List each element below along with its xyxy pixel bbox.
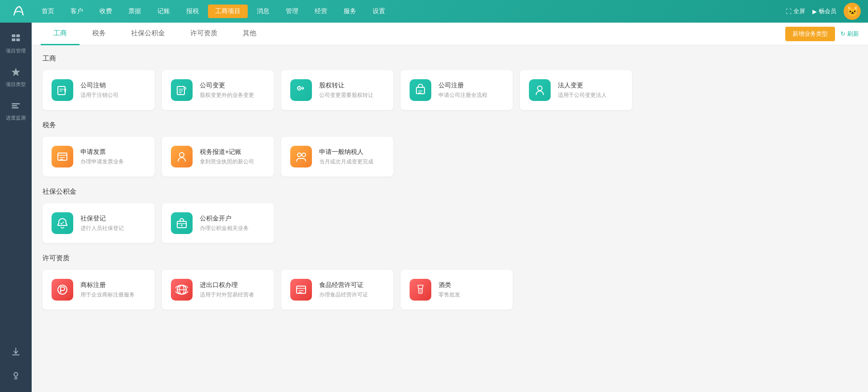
card-title-company-register: 公司注册 [439, 81, 487, 90]
card-title-general-taxpayer: 申请一般纳税人 [319, 148, 373, 156]
svg-rect-27 [419, 289, 422, 293]
sidebar-bottom [0, 340, 32, 387]
svg-rect-11 [177, 86, 184, 95]
card-title-provident-fund: 公积金开户 [200, 215, 249, 223]
card-legal-change[interactable]: 法人变更 适用于公司变更法人 [520, 70, 632, 110]
card-trademark[interactable]: 商标注册 用于企业商标注册服务 [42, 270, 155, 310]
refresh-button[interactable]: ↻ 刷新 [840, 30, 859, 38]
card-apply-invoice[interactable]: 申请发票 办理申请发票业务 [42, 137, 155, 177]
sidebar-item-project-management[interactable]: 项目管理 [0, 27, 32, 61]
card-info-social-insurance: 社保登记 进行人员社保登记 [80, 215, 124, 232]
card-info-equity-transfer: 股权转让 公司变更需要股权转让 [319, 81, 373, 99]
svg-rect-1 [16, 34, 20, 37]
nav-fee[interactable]: 收费 [92, 5, 119, 18]
card-info-legal-change: 法人变更 适用于公司变更法人 [558, 81, 607, 99]
sidebar-download[interactable] [0, 340, 32, 364]
nav-operation[interactable]: 经营 [307, 5, 335, 18]
svg-rect-10 [58, 86, 65, 95]
sidebar-item-project-type[interactable]: 项目类型 [0, 61, 32, 94]
nav-accounting[interactable]: 记账 [150, 5, 177, 18]
new-business-type-button[interactable]: 新增业务类型 [785, 27, 835, 41]
card-equity-transfer[interactable]: 股权转让 公司变更需要股权转让 [281, 70, 393, 110]
svg-point-19 [297, 153, 301, 157]
cards-grid-tax: 申请发票 办理申请发票业务 税务报道+记账 拿到营业执照的新公司 [42, 137, 857, 177]
progress-icon [11, 100, 21, 113]
location-icon [11, 370, 21, 381]
card-title-company-change: 公司变更 [200, 81, 254, 90]
card-company-cancel[interactable]: 公司注销 适用于注销公司 [42, 70, 155, 110]
card-info-import-export: 进出口权办理 适用于对外贸易经营者 [200, 281, 254, 299]
tab-permit[interactable]: 许可资质 [178, 23, 230, 45]
cards-grid-permit: 商标注册 用于企业商标注册服务 进出口权办理 适用于对外贸易经 [42, 270, 857, 310]
svg-rect-3 [16, 38, 20, 41]
sidebar-item-progress[interactable]: 进度监测 [0, 94, 32, 128]
card-food-permit[interactable]: 食品经营许可证 办理食品经营许可证 [281, 270, 393, 310]
card-icon-trademark [52, 279, 73, 301]
card-title-liquor: 酒类 [439, 281, 460, 289]
card-title-equity-transfer: 股权转让 [319, 81, 373, 90]
card-info-company-change: 公司变更 股权变更外的业务变更 [200, 81, 254, 99]
section-title-business: 工商 [42, 54, 857, 63]
nav-business[interactable]: 工商项目 [208, 5, 248, 18]
tab-social-insurance[interactable]: 社保公积金 [118, 23, 178, 45]
card-desc-company-cancel: 适用于注销公司 [80, 91, 118, 99]
member-button[interactable]: ▶ 畅会员 [812, 7, 836, 15]
scroll-content[interactable]: 工商 公司注销 适用于注销公司 [32, 45, 868, 392]
card-import-export[interactable]: 进出口权办理 适用于对外贸易经营者 [162, 270, 274, 310]
card-title-legal-change: 法人变更 [558, 81, 607, 90]
top-navigation: 首页 客户 收费 票据 记账 报税 工商项目 消息 管理 经营 服务 设置 ⛶ … [0, 0, 868, 23]
card-social-insurance[interactable]: 社保登记 进行人员社保登记 [42, 203, 155, 243]
card-icon-company-cancel [52, 79, 73, 101]
cards-grid-business: 公司注销 适用于注销公司 公司变更 [42, 70, 857, 110]
fullscreen-button[interactable]: ⛶ 全屏 [786, 7, 805, 15]
card-liquor[interactable]: 酒类 零售批发 [401, 270, 513, 310]
sidebar-label-progress: 进度监测 [6, 115, 26, 121]
nav-home[interactable]: 首页 [34, 5, 61, 18]
tab-other[interactable]: 其他 [230, 23, 269, 45]
nav-service[interactable]: 服务 [336, 5, 363, 18]
nav-invoice[interactable]: 票据 [121, 5, 148, 18]
svg-point-22 [181, 225, 183, 226]
card-desc-equity-transfer: 公司变更需要股权转让 [319, 91, 373, 99]
nav-manage[interactable]: 管理 [278, 5, 306, 18]
sidebar-location[interactable] [0, 364, 32, 387]
project-management-icon [11, 33, 21, 46]
card-title-company-cancel: 公司注销 [80, 81, 118, 90]
card-info-tax-report-accounting: 税务报道+记账 拿到营业执照的新公司 [200, 148, 254, 166]
card-title-apply-invoice: 申请发票 [80, 148, 124, 156]
refresh-label: 刷新 [847, 30, 859, 38]
card-desc-general-taxpayer: 当月或次月成变更完成 [319, 158, 373, 166]
svg-marker-4 [12, 68, 20, 76]
sidebar-label-project-management: 项目管理 [6, 48, 26, 54]
card-info-trademark: 商标注册 用于企业商标注册服务 [80, 281, 135, 299]
card-company-register[interactable]: 公司注册 申请公司注册全流程 [401, 70, 513, 110]
svg-rect-7 [12, 107, 19, 109]
download-icon [11, 347, 21, 358]
star-icon [11, 67, 21, 79]
card-company-change[interactable]: 公司变更 股权变更外的业务变更 [162, 70, 274, 110]
tab-tax[interactable]: 税务 [80, 23, 118, 45]
fullscreen-icon: ⛶ [786, 8, 792, 15]
section-title-tax: 税务 [42, 121, 857, 129]
play-icon: ▶ [812, 8, 817, 15]
nav-tax[interactable]: 报税 [179, 5, 206, 18]
cards-grid-social: 社保登记 进行人员社保登记 公积金开户 [42, 203, 857, 243]
card-title-trademark: 商标注册 [80, 281, 135, 289]
nav-customer[interactable]: 客户 [63, 5, 90, 18]
tab-bar: 工商 税务 社保公积金 许可资质 其他 新增业务类型 ↻ 刷新 [32, 23, 868, 45]
tab-business[interactable]: 工商 [41, 23, 80, 45]
tab-actions: 新增业务类型 ↻ 刷新 [785, 27, 859, 41]
card-info-liquor: 酒类 零售批发 [439, 281, 460, 299]
card-info-general-taxpayer: 申请一般纳税人 当月或次月成变更完成 [319, 148, 373, 166]
svg-point-9 [14, 373, 18, 376]
card-desc-company-change: 股权变更外的业务变更 [200, 91, 254, 99]
user-avatar[interactable]: 🐱 [844, 3, 861, 20]
card-general-taxpayer[interactable]: 申请一般纳税人 当月或次月成变更完成 [281, 137, 393, 177]
nav-settings[interactable]: 设置 [365, 5, 392, 18]
member-label: 畅会员 [819, 7, 836, 15]
card-desc-apply-invoice: 办理申请发票业务 [80, 158, 124, 166]
card-provident-fund[interactable]: 公积金开户 办理公积金相关业务 [162, 203, 274, 243]
card-icon-import-export [171, 279, 193, 301]
nav-message[interactable]: 消息 [250, 5, 277, 18]
card-tax-report-accounting[interactable]: 税务报道+记账 拿到营业执照的新公司 [162, 137, 274, 177]
